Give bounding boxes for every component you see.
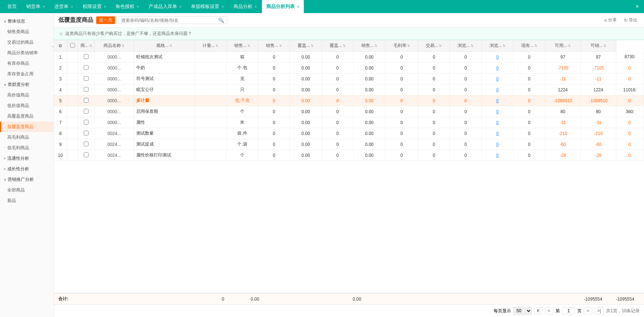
row-browse1[interactable]: 0 — [482, 84, 513, 95]
row-checkbox[interactable] — [78, 117, 94, 128]
th-browse1[interactable]: 浏览...⇅ — [450, 40, 482, 52]
th-gross-rate[interactable]: 毛利率⇅ — [385, 40, 418, 52]
close-analysis-tab-icon[interactable]: × — [255, 4, 257, 9]
th-settings[interactable]: ⚙ — [54, 40, 67, 52]
th-cover2[interactable]: 覆盖...⇅ — [322, 40, 353, 52]
row-select-checkbox[interactable] — [84, 152, 89, 157]
row-browse1[interactable]: 0 — [482, 150, 513, 161]
row-browse1[interactable]: 0 — [482, 63, 513, 74]
th-trade[interactable]: 交易...⇅ — [418, 40, 450, 52]
nav-tab-permission[interactable]: 权限设置 × — [78, 0, 110, 13]
sidebar-item-all-products[interactable]: 全部商品 — [0, 185, 54, 195]
next-page-button[interactable]: > — [584, 307, 592, 314]
nav-tab-production[interactable]: 产成品入库单 × — [144, 0, 186, 13]
prev-page-button[interactable]: < — [545, 307, 553, 314]
row-checkbox[interactable] — [78, 139, 94, 150]
row-checkbox[interactable] — [78, 84, 94, 95]
nav-tab-home[interactable]: 首页 — [3, 0, 21, 13]
row-select-checkbox[interactable] — [84, 98, 89, 103]
sidebar-item-traded-products[interactable]: 交易过的商品 — [0, 37, 54, 48]
row-select-checkbox[interactable] — [84, 76, 89, 81]
sidebar-section-marketing[interactable]: ∨ 营销推广分析 — [0, 174, 54, 185]
row-browse1[interactable]: 0 — [482, 95, 513, 106]
sidebar-section-cluster[interactable]: ∨ 类群度分析 — [0, 79, 54, 90]
th-current-stock[interactable]: 现有...⇅ — [513, 40, 545, 52]
row-select-checkbox[interactable] — [84, 54, 89, 59]
row-checkbox[interactable] — [78, 52, 94, 63]
row-select-checkbox[interactable] — [84, 109, 89, 114]
sidebar-section-growth[interactable]: > 成长性分析 — [0, 164, 54, 174]
sidebar-section-overall[interactable]: ∨ 整体信息 — [0, 16, 54, 27]
row-select-checkbox[interactable] — [84, 142, 89, 146]
sidebar-item-high-coverage[interactable]: 高覆盖度商品 — [0, 111, 54, 122]
sidebar-item-low-margin[interactable]: 低毛利商品 — [0, 143, 54, 153]
close-analysis-list-tab-icon[interactable]: × — [297, 4, 299, 9]
th-browse2[interactable]: 浏览...⇅ — [482, 40, 513, 52]
row-select-checkbox[interactable] — [84, 65, 89, 70]
row-number: 9 — [54, 139, 67, 150]
row-checkbox[interactable] — [78, 95, 94, 106]
nav-tab-template[interactable]: 单据模板设置 × — [186, 0, 228, 13]
row-browse1[interactable]: 0 — [482, 52, 513, 63]
row-unit: 个,袋 — [226, 139, 258, 150]
close-sales-tab-icon[interactable]: × — [43, 4, 45, 9]
th-sales-other[interactable]: 销售...⇅ — [353, 40, 385, 52]
th-spec[interactable]: 规格...⇅ — [134, 40, 195, 52]
th-sales-amt[interactable]: 销售...⇅ — [258, 40, 290, 52]
row-checkbox[interactable] — [78, 150, 94, 161]
sidebar-section-circulation[interactable]: > 流通性分析 — [0, 153, 54, 164]
row-checkbox[interactable] — [78, 74, 94, 84]
sidebar-item-high-value[interactable]: 高价值商品 — [0, 90, 54, 100]
nav-tab-analysis[interactable]: 商品分析 × — [229, 0, 261, 13]
nav-tab-purchase[interactable]: 进货单 × — [50, 0, 77, 13]
row-select-checkbox[interactable] — [84, 131, 89, 135]
th-sales-qty[interactable]: 销售...⇅ — [226, 40, 258, 52]
row-select-checkbox[interactable] — [84, 120, 89, 124]
close-permission-tab-icon[interactable]: × — [104, 4, 106, 9]
sidebar-item-low-value[interactable]: 低价值商品 — [0, 100, 54, 111]
row-select-checkbox[interactable] — [84, 87, 89, 92]
row-browse1[interactable]: 0 — [482, 74, 513, 84]
sidebar-item-low-coverage[interactable]: 低覆盖度商品 — [0, 122, 54, 132]
row-checkbox[interactable] — [78, 106, 94, 117]
sidebar-item-stocked-products[interactable]: 有库存商品 — [0, 58, 54, 69]
export-button[interactable]: ↻ 导出 — [622, 16, 640, 24]
th-name[interactable]: 商品名称⇅ — [94, 40, 134, 52]
th-sellable[interactable]: 可销...⇅ — [581, 40, 616, 52]
th-checkbox[interactable] — [67, 40, 78, 52]
th-available-stock[interactable]: 可用...⇅ — [545, 40, 580, 52]
sidebar-collapse-button[interactable]: « — [51, 42, 54, 50]
page-number-input[interactable] — [562, 307, 575, 314]
period-button[interactable]: 近一月 — [96, 16, 115, 24]
th-unit[interactable]: 计量...⇅ — [195, 40, 226, 52]
nav-tab-role[interactable]: 角色授权 × — [111, 0, 143, 13]
close-production-tab-icon[interactable]: × — [179, 4, 181, 9]
close-role-tab-icon[interactable]: × — [137, 4, 139, 9]
select-all-checkbox[interactable] — [70, 43, 75, 48]
sidebar-item-stock-capital[interactable]: 库存资金占用 — [0, 69, 54, 79]
nav-tab-sales[interactable]: 销货单 × — [22, 0, 49, 13]
row-checkbox[interactable] — [78, 128, 94, 139]
row-browse1[interactable]: 0 — [482, 117, 513, 128]
share-button[interactable]: ⎋ 分享 — [602, 16, 619, 24]
row-checkbox[interactable] — [78, 63, 94, 74]
nav-tab-analysis-list[interactable]: 商品分析列表 × — [262, 0, 303, 13]
page-size-select[interactable]: 50 20 100 200 — [513, 307, 532, 315]
row-browse1[interactable]: 0 — [482, 106, 513, 117]
last-page-button[interactable]: >| — [594, 307, 604, 314]
first-page-button[interactable]: K — [534, 307, 543, 314]
search-input[interactable] — [121, 18, 218, 23]
window-close-button[interactable]: × — [633, 3, 641, 10]
close-purchase-tab-icon[interactable]: × — [71, 4, 73, 9]
sidebar-item-new-products[interactable]: 新品 — [0, 195, 54, 206]
sidebar-item-high-margin[interactable]: 高毛利商品 — [0, 132, 54, 143]
th-code[interactable]: 商...⇅ — [78, 40, 94, 52]
table-row: 6 0000... 启用保质期 个 0 0.00 0 0.00 0 0 0 0 … — [54, 106, 644, 117]
sidebar-item-category-rate[interactable]: 商品分类动销率 — [0, 48, 54, 58]
row-browse1[interactable]: 0 — [482, 139, 513, 150]
row-sales-qty: 0 — [258, 74, 290, 84]
row-browse1[interactable]: 0 — [482, 128, 513, 139]
close-template-tab-icon[interactable]: × — [221, 4, 224, 9]
th-cover1[interactable]: 覆盖...⇅ — [290, 40, 322, 52]
sidebar-item-sales-products[interactable]: 销售类商品 — [0, 27, 54, 37]
